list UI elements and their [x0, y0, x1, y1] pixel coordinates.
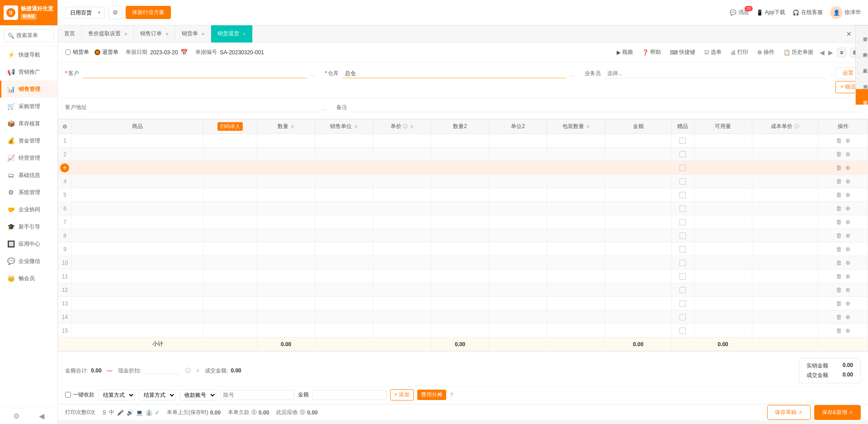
- warehouse-input[interactable]: [342, 69, 566, 78]
- sidebar-item-finance[interactable]: 💰 资金管理: [0, 132, 57, 149]
- unit-cell[interactable]: [315, 161, 373, 175]
- amount-cell[interactable]: [605, 188, 671, 202]
- row-copy-button[interactable]: ⊕: [844, 136, 851, 145]
- avail-cell[interactable]: [694, 134, 752, 148]
- qty2-cell[interactable]: [431, 202, 489, 215]
- row-delete-button[interactable]: 🗑: [835, 191, 843, 199]
- unit-cell[interactable]: [315, 215, 373, 229]
- product-cell[interactable]: [72, 175, 203, 188]
- unit-cell[interactable]: [315, 297, 373, 310]
- unit-cell[interactable]: [315, 310, 373, 324]
- qty2-cell[interactable]: [431, 215, 489, 229]
- avail-cell[interactable]: [694, 148, 752, 161]
- product-cell[interactable]: [72, 188, 203, 202]
- amount-cell[interactable]: [605, 283, 671, 297]
- cost-cell[interactable]: [752, 202, 818, 215]
- qty2-cell[interactable]: [431, 297, 489, 310]
- calc-method-select[interactable]: 结算方式: [98, 390, 135, 400]
- cost-cell[interactable]: [752, 229, 818, 243]
- help-button[interactable]: ❓ 帮助: [639, 47, 664, 57]
- unit2-cell[interactable]: [489, 161, 547, 175]
- cost-cell[interactable]: [752, 243, 818, 256]
- add-row-button[interactable]: +: [60, 163, 69, 172]
- row-copy-button[interactable]: ⊕: [844, 245, 851, 253]
- tab-close-sale-price[interactable]: ×: [124, 31, 127, 37]
- price-cell[interactable]: [373, 256, 431, 270]
- unit2-cell[interactable]: [489, 324, 547, 338]
- unit2-cell[interactable]: [489, 175, 547, 188]
- sidebar-item-sales[interactable]: 📊 销售管理: [0, 81, 57, 98]
- qty-cell[interactable]: [257, 188, 315, 202]
- unit2-cell[interactable]: [489, 134, 547, 148]
- gift-cell[interactable]: [671, 161, 694, 175]
- sidebar-item-wechat[interactable]: 💬 企业微信: [0, 252, 57, 270]
- qty-cell[interactable]: [257, 243, 315, 256]
- customer-dots[interactable]: ...: [311, 70, 316, 77]
- sidebar-settings-button[interactable]: ⚙: [13, 412, 19, 420]
- unit2-cell[interactable]: [489, 297, 547, 310]
- price-cell[interactable]: [373, 215, 431, 229]
- right-settings-button[interactable]: 设置: [855, 25, 868, 42]
- message-button[interactable]: 💬 消息 70: [730, 9, 749, 16]
- row-copy-button[interactable]: ⊕: [844, 299, 851, 308]
- unit2-cell[interactable]: [489, 148, 547, 161]
- unit2-cell[interactable]: [489, 215, 547, 229]
- avail-cell[interactable]: [694, 256, 752, 270]
- product-cell[interactable]: [72, 256, 203, 270]
- sidebar-collapse-button[interactable]: ◀: [39, 412, 44, 420]
- qty2-cell[interactable]: [431, 148, 489, 161]
- gift-cell[interactable]: [671, 148, 694, 161]
- unit2-cell[interactable]: [489, 270, 547, 283]
- sidebar-item-member[interactable]: 👑 畅会员: [0, 270, 57, 287]
- unit2-cell[interactable]: [489, 310, 547, 324]
- avail-cell[interactable]: [694, 215, 752, 229]
- right-feedback-button[interactable]: 反馈: [855, 89, 868, 105]
- history-button[interactable]: 📋 历史单据: [781, 47, 816, 57]
- product-cell[interactable]: [72, 229, 203, 243]
- search-menu-button[interactable]: 🔍 搜索菜单: [4, 29, 54, 42]
- row-copy-button[interactable]: ⊕: [844, 231, 851, 240]
- gift-checkbox[interactable]: [679, 233, 686, 239]
- avail-cell[interactable]: [694, 310, 752, 324]
- qty-cell[interactable]: [257, 310, 315, 324]
- sidebar-item-system[interactable]: ⚙ 系统管理: [0, 184, 57, 201]
- table-settings-th[interactable]: ⚙: [58, 119, 72, 134]
- unit2-cell[interactable]: [489, 283, 547, 297]
- cost-cell[interactable]: [752, 188, 818, 202]
- product-cell[interactable]: [72, 270, 203, 283]
- avail-cell[interactable]: [694, 188, 752, 202]
- row-delete-button[interactable]: 🗑: [835, 245, 843, 253]
- cost-cell[interactable]: [752, 148, 818, 161]
- qty2-cell[interactable]: [431, 270, 489, 283]
- gift-checkbox[interactable]: [679, 138, 686, 144]
- next-record-button[interactable]: ▶: [828, 49, 833, 56]
- tab-sale-price[interactable]: 售价提取设置 ×: [82, 25, 134, 43]
- cost-cell[interactable]: [752, 215, 818, 229]
- app-download-button[interactable]: 📱 App下载: [756, 9, 785, 16]
- row-copy-button[interactable]: ⊕: [844, 272, 851, 281]
- account-input[interactable]: [220, 390, 294, 400]
- row-copy-button[interactable]: ⊕: [844, 163, 851, 172]
- price-cell[interactable]: [373, 310, 431, 324]
- gift-checkbox[interactable]: [679, 300, 686, 307]
- cost-cell[interactable]: [752, 270, 818, 283]
- qty2-cell[interactable]: [431, 310, 489, 324]
- customer-input[interactable]: [83, 69, 307, 78]
- row-delete-button[interactable]: 🗑: [835, 313, 843, 321]
- staff-input[interactable]: [604, 69, 826, 78]
- qty2-cell[interactable]: [431, 229, 489, 243]
- sidebar-item-enterprise[interactable]: 🤝 企业协同: [0, 201, 57, 218]
- price-cell[interactable]: [373, 175, 431, 188]
- list-view-button[interactable]: ≡: [837, 48, 846, 57]
- return-radio-label[interactable]: 退货单: [94, 48, 118, 56]
- save-new-button[interactable]: 保存&新增 ∧: [814, 405, 861, 420]
- product-input[interactable]: [74, 165, 201, 171]
- sale-radio[interactable]: [65, 49, 71, 55]
- address-input[interactable]: [90, 103, 318, 112]
- avail-cell[interactable]: [694, 297, 752, 310]
- pkg-qty-cell[interactable]: [547, 175, 605, 188]
- amount-cell[interactable]: [605, 202, 671, 215]
- amount-cell[interactable]: [605, 134, 671, 148]
- row-copy-button[interactable]: ⊕: [844, 218, 851, 226]
- one-click-payment-label[interactable]: 一键收款: [65, 391, 94, 399]
